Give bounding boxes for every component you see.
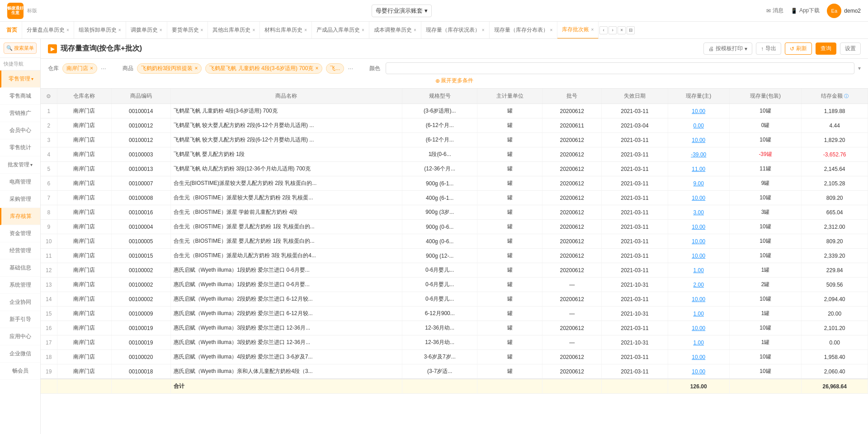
search-menu-btn[interactable]: 🔍 搜索菜单 [4, 42, 37, 54]
sidebar-item-guide[interactable]: 新手引导 [0, 311, 40, 328]
warehouse-tag-close[interactable]: × [90, 65, 93, 71]
sidebar-item-app-center[interactable]: 应用中心 [0, 328, 40, 345]
row-unit: 罐 [477, 162, 542, 176]
sidebar-item-member2[interactable]: 畅会员 [0, 363, 40, 380]
account-dropdown[interactable]: 母婴行业演示账套 ▾ [372, 5, 432, 17]
inventory-table: ⚙ 仓库名称 商品编码 商品名称 规格型号 主计量单位 批号 失效日期 现存量(… [41, 89, 868, 394]
row-qty[interactable]: 10.00 [668, 364, 729, 379]
goods-tag2-close[interactable]: × [315, 65, 318, 71]
messages-btn[interactable]: ✉ 消息 [766, 7, 783, 14]
sidebar-item-purchase[interactable]: 采购管理 [0, 191, 40, 208]
row-batch: 20200612 [542, 249, 602, 263]
sidebar-item-operations[interactable]: 经营管理 [0, 242, 40, 259]
tab-2-close[interactable]: × [118, 28, 121, 33]
expand-conditions-btn[interactable]: ⊕ 展开更多条件 [48, 77, 861, 85]
warehouse-tag[interactable]: 南岸门店 × [62, 63, 97, 74]
nav-more-arrow[interactable]: ⊟ [627, 26, 635, 34]
tab-8-label: 成本调整单历史 [374, 26, 412, 34]
tab-1[interactable]: 分量盘点单历史 × [22, 22, 74, 39]
table-settings-icon[interactable]: ⚙ [46, 93, 51, 99]
sidebar-item-wholesale[interactable]: 批发管理 ▾ [0, 156, 40, 174]
tab-4-close[interactable]: × [201, 28, 203, 33]
row-qty[interactable]: 10.00 [668, 220, 729, 234]
row-qty[interactable]: 10.00 [668, 350, 729, 364]
refresh-btn[interactable]: ↺ 刷新 [785, 42, 812, 55]
tab-11-close[interactable]: × [591, 27, 594, 32]
row-qty[interactable]: 10.00 [668, 133, 729, 147]
goods-tag1[interactable]: 飞鹤奶粉3段丙班提装 × [137, 63, 202, 74]
page-actions: 🖨 按模板打印 ▾ ↑ 导出 ↺ 刷新 查询 设置 [703, 42, 861, 55]
color-filter-label: 颜色 [369, 65, 380, 72]
quick-nav-label: 快捷导航 [0, 58, 40, 71]
settings-btn[interactable]: 设置 [840, 42, 861, 55]
row-qty[interactable]: 1.00 [668, 263, 729, 278]
sidebar-item-system[interactable]: 系统管理 [0, 277, 40, 294]
sidebar-item-retail-mgmt[interactable]: 零售管理 ▾ [0, 71, 40, 88]
sidebar-item-finance[interactable]: 资金管理 [0, 225, 40, 242]
tab-10[interactable]: 现存量（库存分布表） × [490, 22, 558, 39]
row-qty[interactable]: 10.00 [668, 191, 729, 205]
sidebar-item-wechat[interactable]: 企业微信 [0, 345, 40, 363]
goods-tag3[interactable]: 飞... [326, 63, 344, 74]
goods-tag2[interactable]: 飞鹤星飞帆 儿童奶粉 4段(3-6岁适用) 700克 × [205, 63, 322, 74]
row-qty[interactable]: 0.00 [668, 118, 729, 133]
row-qty[interactable]: 1.00 [668, 307, 729, 321]
tab-6[interactable]: 材料出库单历史 × [260, 22, 312, 39]
row-name: 合生元（BIOSTIME）派星 学龄前儿童配方奶粉 4段 [170, 205, 402, 220]
row-qty[interactable]: 10.00 [668, 104, 729, 118]
tab-3[interactable]: 调拨单历史 × [126, 22, 167, 39]
row-qty[interactable]: 2.00 [668, 278, 729, 292]
row-qty[interactable]: 10.00 [668, 249, 729, 263]
sidebar-item-enterprise[interactable]: 企业协同 [0, 294, 40, 311]
sidebar-item-inventory[interactable]: 库存核算 [0, 208, 40, 225]
sidebar-item-retail-mall[interactable]: 零售商城 [0, 88, 40, 105]
goods-tag1-close[interactable]: × [194, 65, 198, 71]
row-qty[interactable]: 11.00 [668, 162, 729, 176]
print-template-btn[interactable]: 🖨 按模板打印 ▾ [703, 42, 752, 55]
row-qty[interactable]: 10.00 [668, 292, 729, 307]
row-qty-pack: 1罐 [729, 335, 802, 350]
row-qty[interactable]: -39.00 [668, 147, 729, 162]
sidebar-item-basic-info[interactable]: 基础信息 [0, 259, 40, 277]
row-amount: 20.00 [802, 307, 868, 321]
expand-btn[interactable]: ▶ [48, 44, 57, 53]
row-qty[interactable]: 10.00 [668, 321, 729, 335]
nav-next-arrow[interactable]: › [609, 26, 617, 34]
tab-5-close[interactable]: × [252, 28, 255, 33]
tab-6-close[interactable]: × [304, 28, 307, 33]
row-qty[interactable]: 10.00 [668, 234, 729, 249]
tab-11[interactable]: 库存批次账 × [557, 22, 599, 39]
tab-8[interactable]: 成本调整单历史 × [369, 22, 421, 39]
tab-2[interactable]: 组装拆卸单历史 × [74, 22, 126, 39]
nav-close-arrow[interactable]: × [618, 26, 626, 34]
warehouse-dots[interactable]: ··· [101, 65, 106, 72]
tab-10-close[interactable]: × [550, 28, 553, 33]
sidebar-item-member[interactable]: 会员中心 [0, 122, 40, 139]
tab-7-close[interactable]: × [362, 28, 364, 33]
tab-9-close[interactable]: × [482, 28, 485, 33]
export-btn[interactable]: ↑ 导出 [756, 42, 781, 55]
row-qty[interactable]: 1.00 [668, 335, 729, 350]
color-filter-input[interactable] [386, 62, 854, 74]
goods-dots[interactable]: ··· [348, 65, 353, 72]
sidebar-item-retail-stats[interactable]: 零售统计 [0, 139, 40, 156]
row-qty[interactable]: 3.00 [668, 205, 729, 220]
row-batch: 20200612 [542, 147, 602, 162]
tab-5[interactable]: 其他出库单历史 × [208, 22, 260, 39]
row-spec: 3-6岁及7岁... [402, 350, 477, 364]
nav-prev-arrow[interactable]: ‹ [599, 26, 608, 34]
tab-4[interactable]: 要货单历史 × [167, 22, 208, 39]
row-spec: 12-36月幼... [402, 321, 477, 335]
tab-3-close[interactable]: × [160, 28, 162, 33]
row-qty[interactable]: 9.00 [668, 176, 729, 191]
query-btn[interactable]: 查询 [816, 42, 836, 55]
tab-8-close[interactable]: × [414, 28, 416, 33]
tab-1-close[interactable]: × [66, 28, 69, 33]
app-download-btn[interactable]: 📱 App下载 [791, 7, 820, 14]
sidebar-item-marketing[interactable]: 营销推广 [0, 105, 40, 122]
tab-9[interactable]: 现存量（库存状况表） × [421, 22, 490, 39]
sidebar-item-ecommerce[interactable]: 电商管理 [0, 174, 40, 191]
user-area[interactable]: Ea demo2 [827, 4, 861, 18]
tab-home[interactable]: 首页 [2, 22, 22, 39]
tab-7[interactable]: 产成品入库单历史 × [312, 22, 369, 39]
